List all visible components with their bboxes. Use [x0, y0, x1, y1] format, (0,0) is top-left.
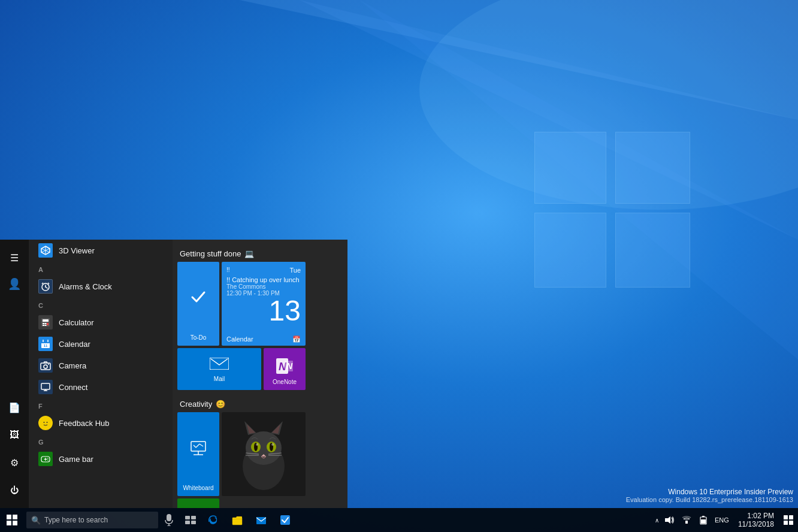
- svg-line-13: [48, 283, 49, 284]
- eval-line1: Windows 10 Enterprise Insider Preview: [626, 488, 793, 496]
- calendar-tile-footer: Calendar 📅: [226, 335, 301, 343]
- svg-point-57: [246, 431, 282, 465]
- logo-pane-tr: [615, 132, 690, 204]
- connect-label: Connect: [59, 383, 87, 392]
- pinned-todo[interactable]: [273, 508, 297, 532]
- svg-rect-94: [685, 521, 688, 524]
- volume-icon-button[interactable]: [663, 508, 677, 532]
- notification-center-button[interactable]: [779, 508, 798, 532]
- tile-mail[interactable]: Mail: [177, 348, 261, 390]
- language-label: ENG: [715, 516, 729, 524]
- calendar-label: Calendar: [59, 340, 90, 349]
- tile-calendar[interactable]: !! Tue !! Catching up over lunch The Com…: [222, 262, 306, 346]
- calendar-footer-icon: 📅: [292, 335, 301, 343]
- tiles-area: Getting stuff done 💻 To-Do: [173, 240, 347, 508]
- logo-pane-tl: [534, 132, 606, 204]
- svg-line-12: [42, 283, 43, 284]
- power-button[interactable]: ⏻: [0, 477, 29, 503]
- sidebar-bottom-section: 📄 🖼 ⚙ ⏻: [0, 394, 29, 508]
- todo-checkmark: [188, 286, 209, 308]
- tile-whiteboard[interactable]: Whiteboard: [177, 412, 219, 496]
- task-view-icon: [185, 516, 196, 524]
- gamebar-tile-icon: [188, 505, 209, 508]
- todo-tile-label: To-Do: [191, 334, 207, 341]
- svg-point-34: [47, 422, 48, 423]
- tile-todo[interactable]: To-Do: [177, 262, 219, 346]
- cortana-button[interactable]: [158, 509, 180, 531]
- svg-rect-91: [256, 517, 266, 524]
- svg-rect-79: [7, 521, 11, 525]
- mail-tile-label: Mail: [214, 376, 225, 382]
- pinned-file-explorer[interactable]: [225, 508, 249, 532]
- svg-rect-73: [188, 505, 209, 508]
- language-button[interactable]: ENG: [713, 508, 731, 532]
- microphone-icon: [165, 514, 173, 526]
- calculator-icon: [38, 315, 53, 330]
- svg-rect-15: [43, 319, 49, 322]
- svg-point-27: [44, 365, 47, 368]
- logo-pane-bl: [534, 213, 606, 288]
- network-icon-button[interactable]: [679, 508, 694, 532]
- hamburger-icon: ☰: [10, 252, 19, 264]
- system-tray: ∧: [651, 508, 733, 532]
- app-feedback[interactable]: Feedback Hub: [29, 412, 173, 434]
- gamebar-icon: [38, 452, 53, 466]
- app-calculator[interactable]: Calculator: [29, 312, 173, 333]
- calculator-label: Calculator: [59, 318, 94, 327]
- app-gamebar[interactable]: Game bar: [29, 448, 173, 470]
- power-indicator-button[interactable]: [696, 508, 711, 532]
- documents-button[interactable]: 📄: [0, 394, 29, 421]
- calendar-icon: 11: [38, 337, 53, 351]
- app-calendar[interactable]: 11 Calendar: [29, 333, 173, 355]
- svg-rect-42: [210, 358, 229, 370]
- search-placeholder: Type here to search: [44, 516, 108, 524]
- pinned-apps: [201, 508, 297, 532]
- svg-rect-17: [45, 323, 47, 324]
- svg-point-66: [256, 443, 258, 446]
- whiteboard-tile-label: Whiteboard: [183, 485, 213, 491]
- app-camera[interactable]: Camera: [29, 355, 173, 376]
- svg-point-39: [47, 458, 49, 459]
- pinned-mail[interactable]: [249, 508, 273, 532]
- svg-rect-89: [232, 519, 242, 519]
- mail-envelope-icon: [210, 356, 229, 373]
- hamburger-button[interactable]: ☰: [0, 244, 29, 271]
- cat-photo-svg: [222, 412, 306, 496]
- file-explorer-icon: [232, 515, 243, 525]
- start-button[interactable]: [0, 508, 24, 532]
- svg-rect-100: [789, 515, 793, 519]
- pictures-button[interactable]: 🖼: [0, 422, 29, 448]
- mail-taskbar-icon: [256, 515, 267, 525]
- svg-marker-93: [665, 516, 670, 524]
- taskbar-date: 11/13/2018: [738, 520, 774, 528]
- app-3dviewer[interactable]: 3D Viewer: [29, 240, 173, 261]
- taskbar-search[interactable]: 🔍 Type here to search: [26, 512, 158, 528]
- todo-taskbar-icon: [280, 515, 291, 525]
- notification-icon: [784, 515, 793, 525]
- 3dviewer-label: 3D Viewer: [59, 246, 95, 255]
- tray-expand-button[interactable]: ∧: [654, 517, 660, 524]
- svg-rect-41: [188, 286, 209, 308]
- svg-rect-80: [13, 521, 17, 525]
- svg-point-67: [271, 443, 274, 446]
- app-alarms[interactable]: Alarms & Clock: [29, 276, 173, 297]
- svg-rect-20: [45, 325, 47, 326]
- settings-button[interactable]: ⚙: [0, 449, 29, 476]
- taskbar-clock[interactable]: 1:02 PM 11/13/2018: [733, 508, 779, 532]
- tile-onenote[interactable]: N N OneNote: [264, 348, 306, 390]
- mail-icon-svg: [210, 358, 229, 370]
- user-account-button[interactable]: 👤: [0, 271, 29, 297]
- app-connect[interactable]: Connect: [29, 376, 173, 398]
- evaluation-text: Windows 10 Enterprise Insider Preview Ev…: [626, 488, 793, 503]
- tiles-group2-emoji: 😊: [216, 400, 225, 409]
- svg-rect-85: [191, 516, 196, 519]
- svg-rect-99: [784, 515, 788, 519]
- desktop: Windows 10 Enterprise Insider Preview Ev…: [0, 0, 798, 532]
- pinned-edge[interactable]: [201, 508, 225, 532]
- svg-rect-95: [684, 519, 690, 520]
- tile-gamebar[interactable]: Game bar: [177, 498, 219, 508]
- tile-cat-photo[interactable]: [222, 412, 306, 496]
- svg-text:11: 11: [44, 344, 48, 347]
- task-view-button[interactable]: [180, 509, 201, 531]
- feedback-label: Feedback Hub: [59, 419, 110, 428]
